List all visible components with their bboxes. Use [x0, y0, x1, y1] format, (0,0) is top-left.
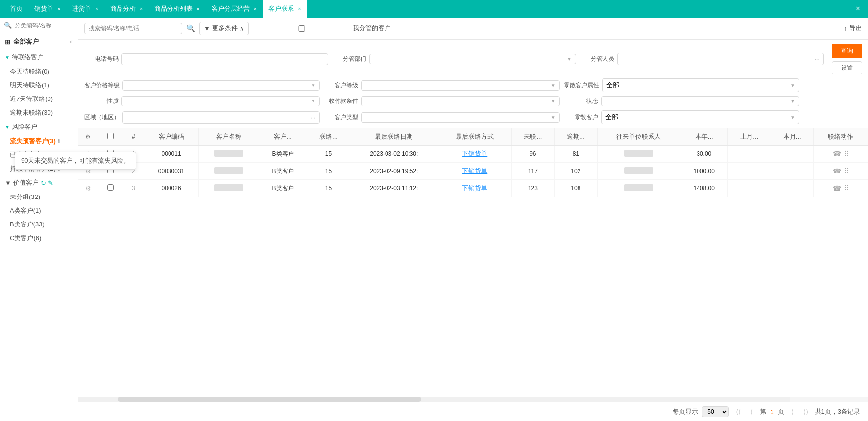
last-method-link-1[interactable]: 下销货单 [462, 167, 487, 174]
table-header-row: ⚙ # 客户编码 客户名称 客户... 联络... [78, 128, 868, 146]
this-year-col-header[interactable]: 本年... [680, 128, 728, 146]
unit-contact-col-header[interactable]: 往来单位联系人 [597, 128, 680, 146]
sidebar-item-c-class[interactable]: C类客户(6) [0, 231, 78, 245]
page-size-select[interactable]: 50 100 200 [702, 406, 729, 417]
settings-button[interactable]: 设置 [832, 61, 862, 74]
payment-select[interactable]: ▼ [361, 96, 559, 106]
sidebar-item-today[interactable]: 今天待联络(0) [0, 65, 78, 78]
code-col-header[interactable]: 客户编码 [144, 128, 199, 146]
region-select[interactable]: ··· [122, 111, 320, 124]
type-col-header[interactable]: 客户... [259, 128, 307, 146]
export-button[interactable]: ↑ 导出 [844, 24, 863, 33]
refresh-icon[interactable]: ↻ [41, 179, 46, 187]
edit-icon[interactable]: ✎ [48, 179, 53, 187]
last-method-col-header[interactable]: 最后联络方式 [438, 128, 511, 146]
sidebar-item-overdue[interactable]: 逾期未联络(30) [0, 106, 78, 120]
tab-purchase[interactable]: 进货单 × [66, 0, 104, 18]
name-col-header[interactable]: 客户名称 [199, 128, 259, 146]
cust-type-select[interactable]: ▼ [361, 112, 559, 123]
attr-select[interactable]: 全部 ▼ [602, 78, 799, 92]
tab-product-analysis[interactable]: 商品分析 × [104, 0, 148, 18]
first-page-button[interactable]: ⟨⟨ [733, 407, 744, 417]
prev-page-button[interactable]: ⟨ [747, 407, 756, 417]
gender-select[interactable]: ▼ [121, 96, 320, 106]
query-button[interactable]: 查询 [832, 44, 862, 58]
scrollbar-thumb[interactable] [118, 397, 421, 402]
contact-col-header[interactable]: 联络... [307, 128, 350, 146]
last-page-button[interactable]: ⟩⟩ [800, 407, 811, 417]
sidebar-item-a-class[interactable]: A类客户(1) [0, 204, 78, 218]
dept-select[interactable]: ▼ [369, 54, 576, 64]
last-method-link-0[interactable]: 下销货单 [462, 150, 487, 157]
checkbox-col-header[interactable] [98, 128, 123, 146]
index-cell-2: 3 [123, 180, 144, 197]
search-input[interactable] [84, 23, 182, 34]
last-method-cell-0[interactable]: 下销货单 [438, 146, 511, 163]
tab-sales[interactable]: 销货单 × [28, 0, 66, 18]
retail-select[interactable]: 全部 ▼ [601, 110, 799, 124]
last-method-cell-1[interactable]: 下销货单 [438, 163, 511, 180]
sidebar-group-pending[interactable]: ▼ 待联络客户 [0, 50, 78, 65]
row-settings-icon[interactable]: ⚙ [85, 185, 91, 192]
data-table-wrap: ⚙ # 客户编码 客户名称 客户... 联络... [78, 128, 868, 397]
price-level-select[interactable]: ▼ [122, 80, 320, 91]
tab-customer-layer[interactable]: 客户分层经营 × [206, 0, 263, 18]
contact-action-icon-1[interactable]: ☎ [833, 167, 841, 175]
attr-caret: ▼ [790, 83, 795, 88]
toolbar: 🔍 ▼ 更多条件 ∧ 我分管的客户 ↑ 导出 [78, 18, 868, 40]
tab-customer-contact[interactable]: 客户联系 × [263, 0, 307, 18]
row-checkbox-2[interactable] [107, 184, 114, 191]
last-month-col-header[interactable]: 上月... [728, 128, 771, 146]
sidebar-item-churn-warning[interactable]: 流失预警客户(3) ℹ [0, 134, 78, 148]
region-dots[interactable]: ··· [310, 114, 315, 121]
last-method-link-2[interactable]: 下销货单 [462, 184, 487, 192]
name-cell-0 [199, 146, 259, 163]
window-close-button[interactable]: × [852, 4, 864, 13]
settings-cell-2[interactable]: ⚙ [78, 180, 98, 197]
tab-home[interactable]: 首页 [4, 0, 28, 18]
contact-action-icon-0[interactable]: ☎ [833, 150, 841, 158]
more-action-icon-1[interactable]: ⠿ [844, 167, 849, 175]
sidebar-search-input[interactable] [15, 22, 78, 29]
last-method-cell-2[interactable]: 下销货单 [438, 180, 511, 197]
next-page-button[interactable]: ⟩ [788, 407, 796, 417]
overdue-col-header[interactable]: 逾期... [555, 128, 598, 146]
tab-sales-close[interactable]: × [57, 0, 60, 18]
status-select[interactable]: ▼ [601, 96, 799, 106]
tab-customer-contact-close[interactable]: × [298, 0, 301, 18]
contact-action-icon-2[interactable]: ☎ [833, 184, 841, 192]
checkbox-cell-2[interactable] [98, 180, 123, 197]
person-select[interactable]: ··· [617, 53, 824, 65]
tab-product-analysis-close[interactable]: × [140, 0, 143, 18]
select-all-checkbox[interactable] [107, 133, 114, 139]
search-button[interactable]: 🔍 [186, 24, 195, 33]
person-dots[interactable]: ··· [814, 55, 820, 63]
my-customers-checkbox[interactable] [253, 25, 351, 32]
sidebar-item-tomorrow[interactable]: 明天待联络(1) [0, 78, 78, 92]
sidebar-item-week[interactable]: 近7天待联络(0) [0, 92, 78, 106]
more-filter-button[interactable]: ▼ 更多条件 ∧ [199, 22, 249, 35]
export-icon: ↑ [844, 25, 848, 32]
cust-level-caret: ▼ [551, 83, 555, 88]
sidebar-item-b-class[interactable]: B类客户(33) [0, 218, 78, 231]
content-area: 🔍 ▼ 更多条件 ∧ 我分管的客户 ↑ 导出 电话号码 [78, 18, 868, 421]
this-month-col-header[interactable]: 本月... [771, 128, 814, 146]
tab-product-list[interactable]: 商品分析列表 × [148, 0, 205, 18]
my-customers-checkbox-label[interactable]: 我分管的客户 [253, 24, 391, 33]
sidebar-item-ungroup[interactable]: 未分组(32) [0, 190, 78, 204]
tab-customer-layer-close[interactable]: × [254, 0, 257, 18]
uncontacted-col-header[interactable]: 未联... [511, 128, 555, 146]
more-action-icon-0[interactable]: ⠿ [844, 150, 849, 158]
tab-purchase-close[interactable]: × [95, 0, 98, 18]
last-date-col-header[interactable]: 最后联络日期 [350, 128, 438, 146]
tab-product-list-close[interactable]: × [196, 0, 199, 18]
cust-level-select[interactable]: ▼ [361, 80, 559, 91]
phone-input[interactable] [121, 53, 328, 65]
collapse-icon[interactable]: « [70, 38, 73, 45]
horizontal-scrollbar[interactable] [78, 397, 790, 402]
sidebar-group-risk[interactable]: ▼ 风险客户 [0, 120, 78, 134]
sidebar-all-customers[interactable]: ⊞ 全部客户 « [0, 33, 78, 50]
more-action-icon-2[interactable]: ⠿ [844, 184, 849, 192]
page-size-label: 每页显示 [673, 407, 698, 416]
settings-col-header[interactable]: ⚙ [78, 128, 98, 146]
